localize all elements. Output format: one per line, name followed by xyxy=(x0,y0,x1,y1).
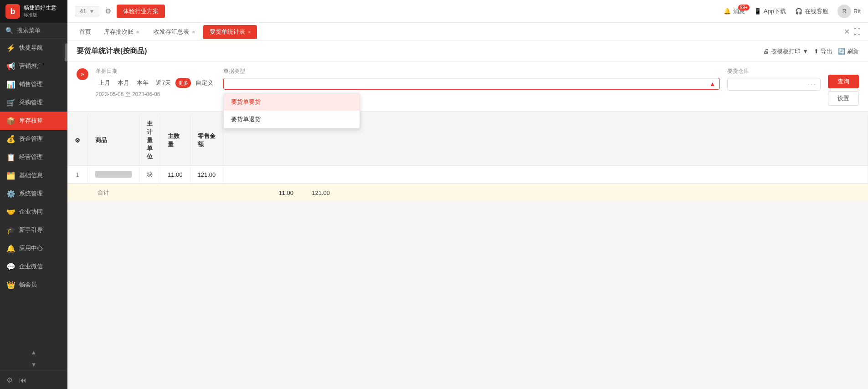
tab-close-icon[interactable]: × xyxy=(248,29,251,35)
messages-btn[interactable]: 🔔 消息 99+ xyxy=(724,7,745,15)
header: 41 ▼ ⚙ 体验行业方案 🔔 消息 99+ 📱 App下载 🎧 在线客服 R xyxy=(67,0,868,23)
filter-type-input-wrap[interactable]: ▲ xyxy=(223,78,719,90)
sidebar-item-finance[interactable]: 💰 资金管理 xyxy=(0,130,67,148)
sidebar-item-wechat[interactable]: 💬 企业微信 xyxy=(0,257,67,276)
sidebar-item-base[interactable]: 🗂️ 基础信息 xyxy=(0,166,67,184)
sidebar-item-label: 资金管理 xyxy=(19,135,43,143)
export-icon: ⬆ xyxy=(814,48,819,55)
appstore-icon: 🔔 xyxy=(6,244,15,253)
filter-expand-btn[interactable]: » xyxy=(77,68,88,80)
table-footer: 合计 11.00 121.00 xyxy=(67,184,868,201)
table-header-row: ⚙ 商品 主计量单位 主数量 零售金额 xyxy=(67,115,868,166)
sidebar-item-label: 采购管理 xyxy=(19,98,43,107)
row-amount: 121.00 xyxy=(190,166,223,184)
dropdown-option-requisition-order[interactable]: 要货单要货 xyxy=(224,93,360,111)
setting-button[interactable]: 设置 xyxy=(828,91,859,106)
filter-date-group: 单据日期 上月 本月 本年 近7天 更多 自定义 2023-05-06 至 20… xyxy=(96,67,216,98)
sidebar-item-marketing[interactable]: 📢 营销推广 xyxy=(0,57,67,75)
guide-icon: 🎓 xyxy=(6,225,15,235)
tab-count-display[interactable]: 41 ▼ xyxy=(75,6,99,16)
print-template-btn[interactable]: 🖨 按模板打印 ▼ xyxy=(763,47,808,56)
date-btn-current[interactable]: 本月 xyxy=(115,78,132,88)
sidebar-item-system[interactable]: ⚙️ 系统管理 xyxy=(0,184,67,203)
filter-warehouse-dots-icon[interactable]: ··· xyxy=(808,80,817,88)
sidebar-item-purchase[interactable]: 🛒 采购管理 xyxy=(0,93,67,112)
sidebar-item-sales[interactable]: 📊 销售管理 xyxy=(0,75,67,93)
tab-label: 收发存汇总表 xyxy=(154,28,189,36)
col-amount: 零售金额 xyxy=(190,115,223,166)
date-btn-custom[interactable]: 自定义 xyxy=(193,78,216,88)
page-content: 要货单统计表(按商品) 🖨 按模板打印 ▼ ⬆ 导出 🔄 刷新 » xyxy=(67,41,868,389)
sidebar-nav: ⚡ 快捷导航 📢 营销推广 📊 销售管理 🛒 采购管理 📦 库存核算 💰 资金管… xyxy=(0,39,67,346)
sidebar-scroll-down[interactable]: ▲ xyxy=(0,346,67,358)
date-btn-year[interactable]: 本年 xyxy=(134,78,151,88)
trial-button[interactable]: 体验行业方案 xyxy=(117,5,165,18)
online-service-btn[interactable]: 🎧 在线客服 xyxy=(795,7,828,15)
purchase-icon: 🛒 xyxy=(6,98,15,107)
base-icon: 🗂️ xyxy=(6,171,15,180)
tab-close-icon[interactable]: × xyxy=(136,29,139,35)
sidebar-item-member[interactable]: 👑 畅会员 xyxy=(0,276,67,294)
sidebar-scroll-up[interactable]: ▼ xyxy=(0,358,67,371)
tab-requisition-summary[interactable]: 要货单统计表 × xyxy=(203,25,257,39)
sidebar-item-label: 营销推广 xyxy=(19,62,43,70)
filter-type-group: 单据类型 ▲ 要货单要货 要货单退货 xyxy=(223,67,719,90)
col-qty: 主数量 xyxy=(160,115,190,166)
sidebar-search[interactable]: 🔍 搜索菜单 xyxy=(0,23,67,39)
search-icon: 🔍 xyxy=(5,27,13,34)
tab-batch-account[interactable]: 库存批次账 × xyxy=(98,25,145,39)
sidebar: b 畅捷通好生意 标准版 🔍 搜索菜单 ⚡ 快捷导航 📢 营销推广 📊 销售管理… xyxy=(0,0,67,389)
filter-type-label: 单据类型 xyxy=(223,67,719,75)
sidebar-item-label: 基础信息 xyxy=(19,171,43,179)
filter-warehouse-input[interactable] xyxy=(731,81,808,88)
sidebar-item-enterprise[interactable]: 🤝 企业协同 xyxy=(0,203,67,221)
filter-area: » 单据日期 上月 本月 本年 近7天 更多 自定义 2023-05-06 至 … xyxy=(67,62,868,112)
filter-type-input[interactable] xyxy=(227,81,709,87)
sidebar-item-guide[interactable]: 🎓 新手引导 xyxy=(0,221,67,239)
print-template-label: 按模板打印 xyxy=(771,47,801,56)
sidebar-item-inventory[interactable]: 📦 库存核算 xyxy=(0,112,67,130)
refresh-btn[interactable]: 🔄 刷新 xyxy=(838,47,859,56)
marketing-icon: 📢 xyxy=(6,61,15,71)
col-unit: 主计量单位 xyxy=(139,115,160,166)
sidebar-item-quick-nav[interactable]: ⚡ 快捷导航 xyxy=(0,39,67,57)
filter-date-label: 单据日期 xyxy=(96,67,216,75)
app-download-btn[interactable]: 📱 App下载 xyxy=(754,7,786,15)
table-area: ⚙ 商品 主计量单位 主数量 零售金额 1 xyxy=(67,115,868,201)
tabs-expand-icon[interactable]: ⛶ xyxy=(853,28,861,36)
table-footer-qty: 11.00 xyxy=(257,189,293,196)
logo-sub: 标准版 xyxy=(24,12,56,18)
finance-icon: 💰 xyxy=(6,134,15,143)
member-icon: 👑 xyxy=(6,280,15,289)
col-settings[interactable]: ⚙ xyxy=(67,115,88,166)
page-title: 要货单统计表(按商品) xyxy=(77,46,147,56)
header-left: 41 ▼ ⚙ 体验行业方案 xyxy=(75,5,165,18)
filter-type-chevron-icon[interactable]: ▲ xyxy=(709,80,716,87)
row-unit: 块 xyxy=(139,166,160,184)
tab-home[interactable]: 首页 xyxy=(75,25,96,39)
export-btn[interactable]: ⬆ 导出 xyxy=(814,47,832,56)
tab-close-icon[interactable]: × xyxy=(192,29,195,35)
dropdown-option-requisition-return[interactable]: 要货单退货 xyxy=(224,111,360,128)
sidebar-item-operations[interactable]: 📋 经营管理 xyxy=(0,148,67,166)
collapse-icon[interactable]: ⏮ xyxy=(19,376,26,384)
sidebar-item-appstore[interactable]: 🔔 应用中心 xyxy=(0,239,67,257)
refresh-icon: 🔄 xyxy=(838,48,845,55)
filter-warehouse-input-wrap[interactable]: ··· xyxy=(727,78,821,91)
inventory-icon: 📦 xyxy=(6,116,15,125)
tab-count-value: 41 xyxy=(80,8,86,15)
product-name-blurred xyxy=(95,171,132,178)
user-menu[interactable]: R Rit xyxy=(837,5,861,18)
table-row: 1 块 11.00 121.00 xyxy=(67,166,868,184)
sidebar-bottom: ⚙ ⏮ xyxy=(0,371,67,389)
settings-icon[interactable]: ⚙ xyxy=(6,376,13,384)
date-btn-prev[interactable]: 上月 xyxy=(96,78,113,88)
header-gear-icon[interactable]: ⚙ xyxy=(105,7,111,15)
tab-recv-summary[interactable]: 收发存汇总表 × xyxy=(147,25,201,39)
date-btn-more[interactable]: 更多 xyxy=(175,78,191,88)
date-btn-week7[interactable]: 近7天 xyxy=(153,78,174,88)
tab-label: 要货单统计表 xyxy=(210,28,245,36)
sidebar-item-label: 应用中心 xyxy=(19,244,43,252)
tabs-close-all-icon[interactable]: ✕ xyxy=(844,27,850,36)
query-button[interactable]: 查询 xyxy=(828,75,859,88)
